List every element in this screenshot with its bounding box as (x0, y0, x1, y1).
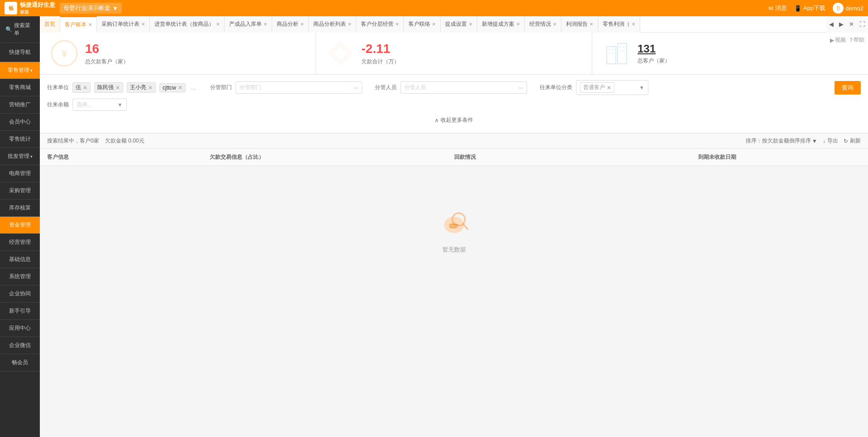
svg-rect-9 (623, 46, 625, 48)
query-button[interactable]: 查询 (834, 81, 861, 95)
balance-select[interactable]: 选择... ▼ (72, 99, 127, 111)
tab-product-inbound[interactable]: 产成品入库单 ✕ (225, 16, 272, 33)
refresh-btn[interactable]: ↻ 刷新 (844, 137, 861, 145)
tab-close-purchase[interactable]: ✕ (141, 22, 145, 27)
tab-product-analysis[interactable]: 商品分析 ✕ (272, 16, 309, 33)
tab-scroll-area: 首页 客户账本 ✕ 采购订单统计表 ✕ 进货单统计表（按商品） ✕ (40, 16, 826, 33)
tab-profit-report[interactable]: 利润报告 ✕ (561, 16, 598, 33)
content-area: 首页 客户账本 ✕ 采购订单统计表 ✕ 进货单统计表（按商品） ✕ (40, 16, 868, 437)
message-btn[interactable]: ✉ 消息 (768, 4, 787, 12)
filter-tag-unit-4: cjttcw ✕ (159, 83, 186, 92)
tab-close-product-list[interactable]: ✕ (348, 22, 351, 27)
sidebar-item-enterprise-wechat[interactable]: 企业微信 (0, 337, 40, 354)
stat-label-debt: 欠款合计（万） (361, 58, 399, 66)
tab-retail-profit[interactable]: 零售利润（ ✕ (598, 16, 640, 33)
account-dropdown[interactable]: 母婴行业演示帐套 ▼ (60, 3, 122, 14)
svg-rect-10 (609, 52, 610, 54)
stat-label-total: 总客户（家） (638, 57, 670, 65)
sidebar-item-finance[interactable]: 资金管理 (0, 217, 40, 234)
app-wrapper: 畅 畅捷通好生意 标版 母婴行业演示帐套 ▼ ✉ 消息 📱 App下载 D de… (0, 0, 868, 437)
tab-close-new-raise-plan[interactable]: ✕ (516, 22, 520, 27)
tab-next-btn[interactable]: ▶ (836, 16, 846, 33)
sidebar-item-inventory[interactable]: 库存核算 (0, 200, 40, 217)
tab-close-profit-report[interactable]: ✕ (590, 22, 593, 27)
remove-tag-unit-2[interactable]: ✕ (115, 85, 120, 91)
chevron-icon: ▾ (30, 154, 33, 159)
stat-card-debt: -2.11 欠款合计（万） (316, 33, 592, 74)
tab-inbound-stat[interactable]: 进货单统计表（按商品） ✕ (150, 16, 225, 33)
chevron-up-icon: ∧ (435, 117, 439, 124)
unit-class-chevron: ▼ (639, 85, 644, 91)
sidebar-item-retail-mall[interactable]: 零售商城 (0, 79, 40, 96)
sidebar-search[interactable]: 🔍 搜索菜单 (0, 16, 40, 43)
remove-tag-unit-1[interactable]: ✕ (83, 85, 87, 91)
yuan-icon: ¥ (51, 40, 78, 67)
svg-rect-5 (618, 43, 627, 64)
tab-close-product-inbound[interactable]: ✕ (264, 22, 267, 27)
user-avatar[interactable]: D demo2 (833, 3, 863, 14)
sidebar-item-vip-member[interactable]: 畅会员 (0, 354, 40, 371)
remove-tag-unit-4[interactable]: ✕ (178, 85, 182, 91)
tab-close-inbound[interactable]: ✕ (216, 22, 220, 27)
sidebar-item-batch-mgmt[interactable]: 批发管理 ▾ (0, 148, 40, 165)
tab-prev-btn[interactable]: ◀ (826, 16, 836, 33)
tab-close-customer-ledger[interactable]: ✕ (88, 22, 92, 27)
sidebar-item-purchase-mgmt[interactable]: 采购管理 (0, 182, 40, 200)
export-btn[interactable]: ↓ 导出 (823, 137, 838, 145)
sidebar-item-retail-mgmt[interactable]: 零售管理 ▾ (0, 62, 40, 79)
sidebar-item-member[interactable]: 会员中心 (0, 114, 40, 131)
remove-tag-unit-class[interactable]: ✕ (607, 85, 611, 91)
sidebar-item-operation[interactable]: 经营管理 (0, 234, 40, 251)
tab-customer-contact[interactable]: 客户联络 ✕ (404, 16, 441, 33)
tab-purchase-order-stat[interactable]: 采购订单统计表 ✕ (97, 16, 150, 33)
tab-close-all-btn[interactable]: ✕ (846, 16, 857, 33)
tab-customer-tier[interactable]: 客户分层经营 ✕ (356, 16, 404, 33)
app-download-btn[interactable]: 📱 App下载 (794, 4, 825, 12)
tab-close-customer-tier[interactable]: ✕ (395, 22, 399, 27)
top-bar: 畅 畅捷通好生意 标版 母婴行业演示帐套 ▼ ✉ 消息 📱 App下载 D de… (0, 0, 868, 16)
tab-raise-settings[interactable]: 提成设置 ✕ (441, 16, 477, 33)
sort-select[interactable]: 排序：按欠款金额倒序排序 ▼ (746, 137, 817, 145)
sidebar-item-ecom-mgmt[interactable]: 电商管理 (0, 165, 40, 182)
tab-home[interactable]: 首页 (40, 16, 60, 33)
dept-more-icon: ··· (354, 85, 358, 91)
stat-card-customers: ¥ 16 总欠款客户（家） (40, 33, 316, 74)
dept-select[interactable]: 分管部门 ··· (235, 81, 362, 94)
tab-close-operation-status[interactable]: ✕ (553, 22, 556, 27)
sidebar-item-marketing[interactable]: 营销推广 (0, 96, 40, 114)
tab-close-retail-profit[interactable]: ✕ (632, 22, 635, 27)
tab-new-raise-plan[interactable]: 新增提成方案 ✕ (477, 16, 525, 33)
refresh-icon: ↻ (844, 138, 848, 144)
tab-close-raise-settings[interactable]: ✕ (469, 22, 472, 27)
logo: 畅 畅捷通好生意 标版 (5, 1, 55, 15)
quick-nav-btn[interactable]: 快捷导航 (0, 43, 40, 62)
building-icon (603, 40, 630, 67)
stat-value-debt: -2.11 (361, 42, 399, 56)
tab-operation-status[interactable]: 经营情况 ✕ (525, 16, 561, 33)
video-help-btn[interactable]: ▶ 视频 (830, 36, 846, 44)
tab-maximize-btn[interactable]: ⛶ (857, 16, 868, 33)
stat-value-total: 131 (638, 43, 670, 55)
unit-class-select[interactable]: 普通客户 ✕ ▼ (576, 80, 648, 95)
help-btn[interactable]: ? 帮助 (849, 36, 864, 44)
tab-close-customer-contact[interactable]: ✕ (432, 22, 436, 27)
logo-text: 畅捷通好生意 标版 (20, 1, 55, 15)
person-select[interactable]: 分管人员 ··· (400, 81, 527, 94)
more-unit-tags-btn[interactable]: ... (189, 84, 197, 92)
stats-row: ¥ 16 总欠款客户（家） (40, 33, 868, 75)
sidebar-item-sys-mgmt[interactable]: 系统管理 (0, 268, 40, 285)
sidebar-item-retail-stat[interactable]: 零售统计 (0, 131, 40, 148)
sidebar-item-basic-info[interactable]: 基础信息 (0, 251, 40, 268)
collapse-more-btn[interactable]: ∧ 收起更多条件 (47, 114, 861, 126)
data-table: 客户信息 欠款交易信息（占比） 回款情况 到期未收款日期 (40, 149, 868, 166)
remove-tag-unit-3[interactable]: ✕ (148, 85, 153, 91)
sort-chevron-icon: ▼ (812, 138, 817, 144)
sidebar-item-app-center[interactable]: 应用中心 (0, 320, 40, 337)
sidebar: 🔍 搜索菜单 快捷导航 零售管理 ▾ 零售商城 营销推广 会员中心 (0, 16, 40, 437)
filter-tag-unit-2: 陈民强 ✕ (94, 82, 123, 93)
sidebar-item-enterprise-coop[interactable]: 企业协同 (0, 285, 40, 303)
sidebar-item-new-guide[interactable]: 新手引导 (0, 303, 40, 320)
tab-customer-ledger[interactable]: 客户账本 ✕ (60, 16, 97, 33)
tab-product-analysis-list[interactable]: 商品分析列表 ✕ (309, 16, 356, 33)
tab-close-product-analysis[interactable]: ✕ (300, 22, 304, 27)
